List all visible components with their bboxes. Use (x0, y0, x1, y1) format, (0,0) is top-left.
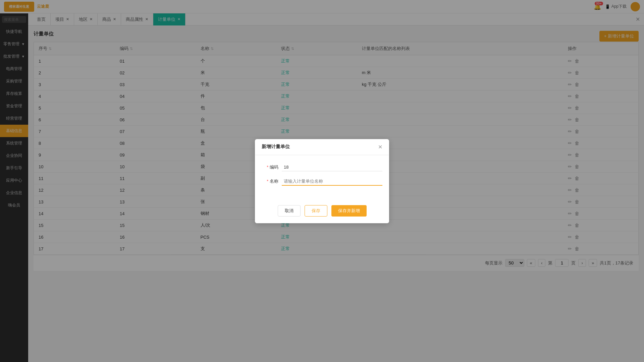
modal-header: 新增计量单位 ✕ (255, 139, 389, 155)
modal-overlay[interactable]: 新增计量单位 ✕ * 编码 * 名称 取消 保存 保存并新增 (0, 0, 644, 362)
code-label: * 编码 (262, 164, 282, 170)
modal-title: 新增计量单位 (262, 144, 290, 150)
add-measure-unit-modal: 新增计量单位 ✕ * 编码 * 名称 取消 保存 保存并新增 (255, 139, 389, 223)
save-and-new-button[interactable]: 保存并新增 (331, 205, 367, 217)
code-form-row: * 编码 (262, 163, 382, 171)
name-input[interactable] (282, 177, 382, 186)
name-label: * 名称 (262, 178, 282, 184)
save-button[interactable]: 保存 (305, 205, 327, 217)
code-input[interactable] (282, 163, 382, 171)
modal-footer: 取消 保存 保存并新增 (255, 200, 389, 223)
modal-body: * 编码 * 名称 (255, 155, 389, 200)
name-form-row: * 名称 (262, 177, 382, 186)
modal-close-button[interactable]: ✕ (378, 144, 382, 150)
cancel-button[interactable]: 取消 (278, 205, 301, 217)
